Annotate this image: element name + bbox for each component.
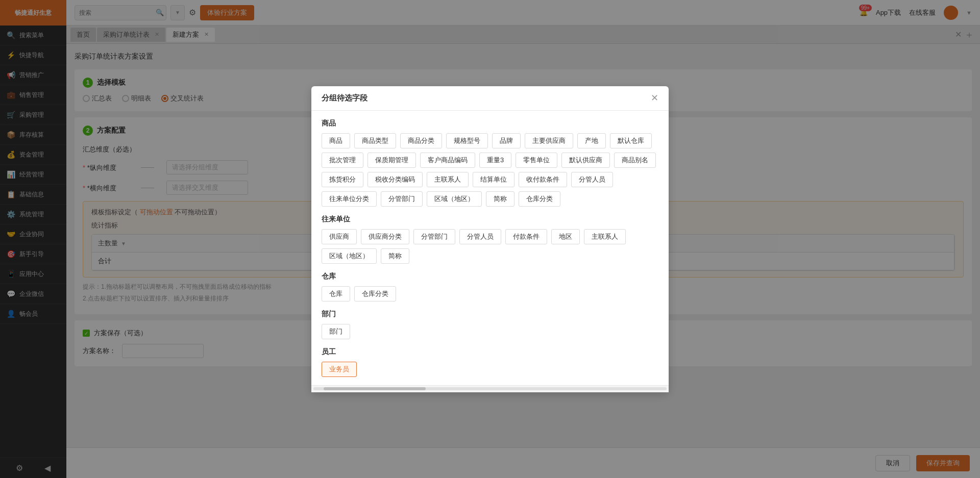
field-tag-0-16[interactable]: 税收分类编码 bbox=[368, 172, 423, 187]
field-tag-0-22[interactable]: 分管部门 bbox=[381, 191, 423, 207]
field-tag-0-17[interactable]: 主联系人 bbox=[427, 172, 469, 187]
field-tag-1-6[interactable]: 主联系人 bbox=[584, 229, 626, 244]
field-tag-0-9[interactable]: 保质期管理 bbox=[368, 153, 416, 168]
modal-body[interactable]: 商品商品商品类型商品分类规格型号品牌主要供应商产地默认仓库批次管理保质期管理客户… bbox=[311, 111, 669, 385]
field-tag-2-0[interactable]: 仓库 bbox=[322, 286, 350, 301]
field-tag-1-2[interactable]: 分管部门 bbox=[413, 229, 455, 244]
field-tag-1-8[interactable]: 简称 bbox=[381, 248, 409, 264]
modal-dialog: 分组待选字段 ✕ 商品商品商品类型商品分类规格型号品牌主要供应商产地默认仓库批次… bbox=[311, 86, 669, 392]
field-grid-4: 业务员 bbox=[322, 362, 658, 377]
field-section-1: 往来单位供应商供应商分类分管部门分管人员付款条件地区主联系人区域（地区）简称 bbox=[322, 215, 658, 264]
field-tag-0-2[interactable]: 商品分类 bbox=[400, 133, 442, 148]
field-grid-0: 商品商品类型商品分类规格型号品牌主要供应商产地默认仓库批次管理保质期管理客户商品… bbox=[322, 133, 658, 207]
field-tag-0-6[interactable]: 产地 bbox=[577, 133, 606, 148]
field-tag-4-0[interactable]: 业务员 bbox=[322, 362, 357, 377]
modal-header: 分组待选字段 ✕ bbox=[311, 86, 669, 111]
field-tag-0-7[interactable]: 默认仓库 bbox=[610, 133, 652, 148]
field-section-title-0: 商品 bbox=[322, 119, 658, 128]
field-tag-2-1[interactable]: 仓库分类 bbox=[354, 286, 396, 301]
field-tag-0-10[interactable]: 客户商品编码 bbox=[420, 153, 475, 168]
field-tag-0-18[interactable]: 结算单位 bbox=[473, 172, 514, 187]
field-tag-0-19[interactable]: 收付款条件 bbox=[519, 172, 567, 187]
field-section-title-1: 往来单位 bbox=[322, 215, 658, 224]
field-tag-0-3[interactable]: 规格型号 bbox=[446, 133, 488, 148]
field-tag-0-0[interactable]: 商品 bbox=[322, 133, 350, 148]
field-tag-1-1[interactable]: 供应商分类 bbox=[361, 229, 409, 244]
field-tag-0-12[interactable]: 零售单位 bbox=[516, 153, 557, 168]
modal-title: 分组待选字段 bbox=[322, 93, 368, 103]
field-tag-3-0[interactable]: 部门 bbox=[322, 324, 350, 339]
field-tag-0-5[interactable]: 主要供应商 bbox=[525, 133, 573, 148]
field-tag-0-13[interactable]: 默认供应商 bbox=[561, 153, 610, 168]
field-section-title-2: 仓库 bbox=[322, 272, 658, 281]
field-section-3: 部门部门 bbox=[322, 310, 658, 339]
field-grid-3: 部门 bbox=[322, 324, 658, 339]
field-section-title-4: 员工 bbox=[322, 347, 658, 357]
field-tag-0-4[interactable]: 品牌 bbox=[492, 133, 521, 148]
field-tag-0-1[interactable]: 商品类型 bbox=[354, 133, 396, 148]
field-tag-0-24[interactable]: 简称 bbox=[486, 191, 514, 207]
field-grid-1: 供应商供应商分类分管部门分管人员付款条件地区主联系人区域（地区）简称 bbox=[322, 229, 658, 264]
field-grid-2: 仓库仓库分类 bbox=[322, 286, 658, 301]
field-tag-0-21[interactable]: 往来单位分类 bbox=[322, 191, 377, 207]
field-tag-1-7[interactable]: 区域（地区） bbox=[322, 248, 377, 264]
field-tag-1-5[interactable]: 地区 bbox=[551, 229, 580, 244]
field-section-2: 仓库仓库仓库分类 bbox=[322, 272, 658, 301]
field-section-title-3: 部门 bbox=[322, 310, 658, 319]
field-tag-0-11[interactable]: 重量3 bbox=[479, 153, 511, 168]
field-tag-1-0[interactable]: 供应商 bbox=[322, 229, 357, 244]
scroll-thumb[interactable] bbox=[324, 387, 426, 390]
field-tag-0-14[interactable]: 商品别名 bbox=[614, 153, 656, 168]
scroll-track bbox=[313, 387, 667, 390]
modal-close-icon[interactable]: ✕ bbox=[651, 93, 658, 103]
field-tag-1-4[interactable]: 付款条件 bbox=[505, 229, 547, 244]
field-section-0: 商品商品商品类型商品分类规格型号品牌主要供应商产地默认仓库批次管理保质期管理客户… bbox=[322, 119, 658, 207]
field-tag-0-23[interactable]: 区域（地区） bbox=[427, 191, 482, 207]
field-section-4: 员工业务员 bbox=[322, 347, 658, 377]
field-tag-0-15[interactable]: 拣货积分 bbox=[322, 172, 363, 187]
modal-footer-scrollbar[interactable] bbox=[311, 385, 669, 392]
field-tag-1-3[interactable]: 分管人员 bbox=[459, 229, 501, 244]
field-tag-0-25[interactable]: 仓库分类 bbox=[519, 191, 560, 207]
field-tag-0-20[interactable]: 分管人员 bbox=[571, 172, 613, 187]
field-tag-0-8[interactable]: 批次管理 bbox=[322, 153, 363, 168]
modal-overlay: 分组待选字段 ✕ 商品商品商品类型商品分类规格型号品牌主要供应商产地默认仓库批次… bbox=[0, 0, 980, 478]
